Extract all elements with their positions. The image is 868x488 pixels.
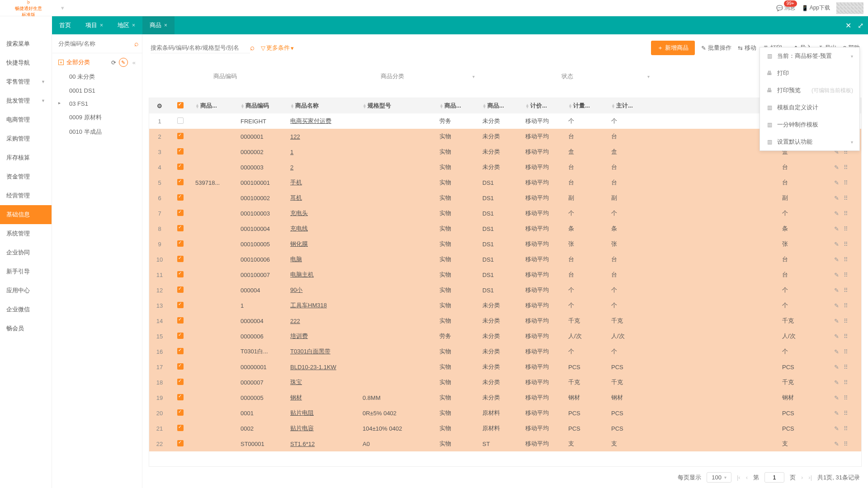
more-icon[interactable]: ⠿ (844, 425, 848, 432)
row-checkbox[interactable] (170, 405, 191, 421)
row-name[interactable]: 2 (286, 160, 358, 175)
more-icon[interactable]: ⠿ (844, 348, 848, 355)
first-page-icon[interactable]: |‹ (737, 474, 741, 481)
move-button[interactable]: ⇆移动 (738, 44, 756, 52)
sidebar-item[interactable]: 快捷导航 (0, 53, 52, 72)
tab-项目[interactable]: 项目× (78, 16, 110, 34)
edit-icon[interactable]: ✎ (834, 394, 839, 401)
more-icon[interactable]: ⠿ (844, 164, 848, 171)
row-checkbox[interactable] (170, 144, 191, 160)
row-checkbox[interactable] (170, 436, 191, 451)
prev-page-icon[interactable]: ‹ (746, 474, 748, 481)
sidebar-item[interactable]: 畅会员 (0, 319, 52, 338)
row-checkbox[interactable] (170, 175, 191, 190)
org-selector[interactable]: ▾ (52, 5, 73, 11)
category-item[interactable]: 0010 半成品 (65, 125, 142, 139)
edit-icon[interactable]: ✎ (834, 287, 839, 294)
col-code[interactable]: ▲▼商品编码 (236, 98, 286, 113)
row-name[interactable]: 222 (286, 313, 358, 328)
row-name[interactable]: 电脑主机 (286, 267, 358, 282)
row-checkbox[interactable] (170, 160, 191, 175)
row-name[interactable]: 充电线 (286, 221, 358, 236)
sidebar-item[interactable]: 企业协同 (0, 243, 52, 262)
row-name[interactable]: 充电头 (286, 206, 358, 221)
sidebar-item[interactable]: 企业微信 (0, 300, 52, 319)
row-checkbox[interactable] (170, 252, 191, 267)
more-icon[interactable]: ⠿ (844, 410, 848, 417)
table-row[interactable]: 10000100006电脑实物DS1移动平均台台台✎⠿ (149, 252, 861, 267)
close-icon[interactable]: × (100, 22, 103, 28)
print-dropdown-current[interactable]: ▥ 当前：商品标签-预置 ▾ (760, 47, 859, 65)
edit-icon[interactable]: ✎ (834, 241, 839, 248)
filter-code[interactable]: 商品编码 (151, 72, 300, 80)
edit-icon[interactable]: ✎ (834, 225, 839, 232)
sidebar-item[interactable]: 采购管理 (0, 129, 52, 148)
row-checkbox[interactable] (170, 282, 191, 298)
print-dropdown-item[interactable]: ▥设置默认功能▾ (760, 133, 859, 150)
table-row[interactable]: 300000021实物未分类移动平均盒盒盒✎⠿ (149, 144, 861, 160)
more-icon[interactable]: ⠿ (844, 272, 848, 278)
messages-link[interactable]: 💬 消息 99+ (776, 4, 795, 12)
table-row[interactable]: 1FREIGHT电商买家付运费劳务未分类移动平均个个个✎⠿ (149, 113, 861, 129)
row-name[interactable]: 1 (286, 144, 358, 160)
more-icon[interactable]: ⠿ (844, 210, 848, 217)
row-name[interactable]: 珠宝 (286, 375, 358, 390)
table-row[interactable]: 5539718...000100001手机实物DS1移动平均台台台✎⠿ (149, 175, 861, 190)
row-name[interactable]: 耳机 (286, 190, 358, 206)
edit-icon[interactable]: ✎ (834, 210, 839, 217)
table-row[interactable]: 150000006培训费劳务未分类移动平均人/次人/次人/次✎⠿ (149, 328, 861, 344)
close-icon[interactable]: ✕ (845, 21, 851, 30)
row-name[interactable]: 电脑 (286, 252, 358, 267)
category-search-input[interactable] (58, 39, 134, 48)
category-all-label[interactable]: 全部分类 (66, 58, 108, 66)
row-name[interactable]: 电商买家付运费 (286, 113, 358, 129)
table-row[interactable]: 22ST00001ST1.6*12A0实物ST移动平均支支支✎⠿ (149, 436, 861, 451)
print-dropdown-item[interactable]: 🖶打印 (760, 65, 859, 82)
table-row[interactable]: 6000100002耳机实物DS1移动平均副副副✎⠿ (149, 190, 861, 206)
row-name[interactable]: 122 (286, 129, 358, 144)
sidebar-item[interactable]: 新手引导 (0, 262, 52, 281)
edit-icon[interactable]: ✎ (834, 425, 839, 432)
edit-icon[interactable]: ✎ (834, 441, 839, 447)
more-icon[interactable]: ⠿ (844, 318, 848, 324)
category-item[interactable]: 0009 原材料 (65, 110, 142, 125)
row-checkbox[interactable] (170, 236, 191, 252)
table-row[interactable]: 400000032实物未分类移动平均台台台✎⠿ (149, 160, 861, 175)
table-row[interactable]: 131工具车HM318实物未分类移动平均个个个✎⠿ (149, 298, 861, 313)
row-name[interactable]: 培训费 (286, 328, 358, 344)
row-checkbox[interactable] (170, 206, 191, 221)
edit-icon[interactable]: ✎ (834, 379, 839, 386)
edit-icon[interactable]: ✎ (834, 272, 839, 278)
category-item[interactable]: 0001 DS1 (65, 84, 142, 97)
close-icon[interactable]: × (164, 22, 167, 28)
sidebar-item[interactable]: 搜索菜单 (0, 34, 52, 53)
table-row[interactable]: 8000100004充电线实物DS1移动平均条条条✎⠿ (149, 221, 861, 236)
more-icon[interactable]: ⠿ (844, 364, 848, 371)
edit-icon[interactable]: ✎ (834, 333, 839, 340)
edit-icon[interactable]: ✎ (834, 318, 839, 324)
row-checkbox[interactable] (170, 344, 191, 359)
row-checkbox[interactable] (170, 221, 191, 236)
row-checkbox[interactable] (170, 267, 191, 282)
sidebar-item[interactable]: 系统管理 (0, 224, 52, 243)
table-row[interactable]: 180000007珠宝实物未分类移动平均千克千克千克✎⠿ (149, 375, 861, 390)
edit-icon[interactable]: ✎ (834, 164, 839, 171)
filter-status[interactable]: 状态▾ (493, 72, 650, 80)
more-icon[interactable]: ⠿ (844, 394, 848, 401)
edit-icon[interactable]: ✎ (834, 256, 839, 263)
print-dropdown-item[interactable]: ▥模板自定义设计 (760, 99, 859, 116)
row-checkbox[interactable] (170, 129, 191, 144)
category-item[interactable]: 03 FS1 (65, 97, 142, 110)
row-checkbox[interactable] (170, 298, 191, 313)
row-checkbox[interactable] (170, 390, 191, 405)
sidebar-item[interactable]: 电商管理 (0, 110, 52, 129)
next-page-icon[interactable]: › (801, 474, 803, 481)
more-icon[interactable]: ⠿ (844, 379, 848, 386)
row-name[interactable]: 贴片电阻 (286, 405, 358, 421)
expand-all-icon[interactable]: + (58, 60, 64, 65)
sidebar-item[interactable]: 库存核算 (0, 148, 52, 167)
table-row[interactable]: 9000100005钢化膜实物DS1移动平均张张张✎⠿ (149, 236, 861, 252)
edit-icon[interactable]: ✎ (834, 195, 839, 202)
refresh-icon[interactable]: ⟳ (111, 59, 116, 66)
search-icon[interactable]: ⌕ (134, 40, 139, 48)
